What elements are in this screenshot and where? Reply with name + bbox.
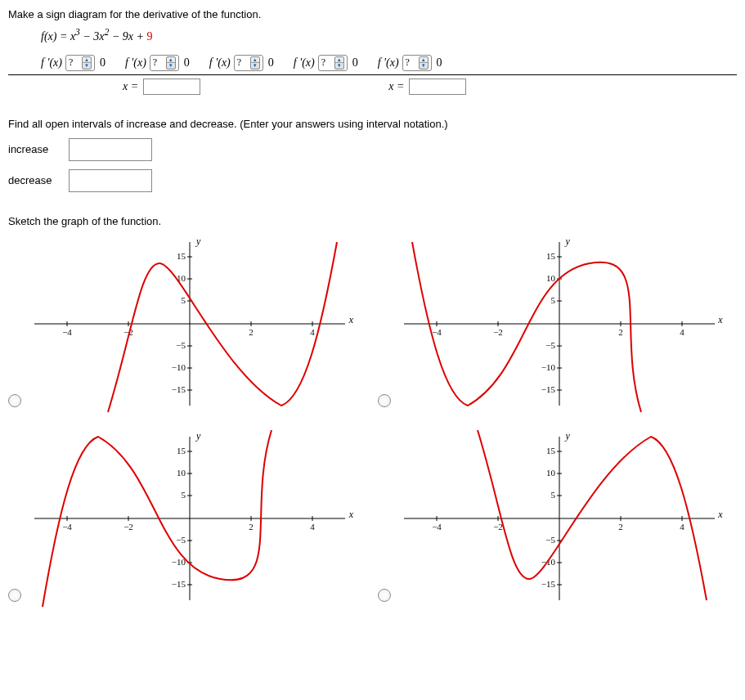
svg-text:5: 5 [550, 295, 555, 305]
decrease-input[interactable] [69, 169, 152, 192]
svg-text:2: 2 [249, 522, 254, 532]
svg-text:10: 10 [546, 273, 556, 283]
sign-select-4[interactable]: ? ▲▼ [318, 55, 348, 71]
graph-option-b: y x −4 −2 2 4 5 10 15 −5 −10 −15 [378, 234, 738, 414]
graph-option-d: y x −4 −2 2 4 5 10 15 −5 −10 −15 [378, 429, 738, 608]
x-equals-label: x = [123, 80, 138, 93]
svg-text:15: 15 [546, 251, 556, 261]
stepper-icon[interactable]: ▲▼ [334, 56, 344, 70]
stepper-icon[interactable]: ▲▼ [250, 56, 260, 70]
zero-label: 0 [100, 56, 105, 70]
zero-label: 0 [268, 56, 274, 70]
svg-text:5: 5 [182, 295, 186, 305]
svg-text:15: 15 [546, 446, 556, 455]
svg-text:4: 4 [680, 327, 684, 337]
graph-c: y x −4 −2 2 4 5 10 15 −5 −10 −15 [26, 429, 353, 608]
fprime-label: f '(x) [209, 56, 231, 70]
svg-text:5: 5 [182, 490, 186, 500]
sign-select-1[interactable]: ? ▲▼ [65, 55, 95, 71]
fprime-label: f '(x) [41, 56, 62, 70]
stepper-icon[interactable]: ▲▼ [82, 56, 92, 70]
svg-text:−5: −5 [176, 535, 186, 545]
radio-c[interactable] [8, 589, 21, 602]
sign-cell-3: f '(x) ? ▲▼ 0 [209, 55, 274, 71]
graph-d: y x −4 −2 2 4 5 10 15 −5 −10 −15 [396, 429, 723, 608]
zero-label: 0 [437, 56, 442, 70]
fprime-label: f '(x) [294, 56, 315, 70]
svg-text:−5: −5 [176, 340, 186, 350]
svg-text:−5: −5 [545, 340, 555, 350]
stepper-icon[interactable]: ▲▼ [419, 56, 429, 70]
svg-text:−2: −2 [493, 327, 503, 337]
y-axis-label: y [196, 236, 200, 248]
zero-label: 0 [352, 56, 358, 70]
svg-text:4: 4 [310, 327, 315, 337]
svg-text:10: 10 [546, 468, 556, 478]
prompt-sketch: Sketch the graph of the function. [8, 215, 737, 227]
prompt-intervals: Find all open intervals of increase and … [8, 118, 737, 130]
svg-text:−5: −5 [545, 535, 555, 545]
graph-a: y x −4 −2 2 4 5 10 15 −5 −10 −15 [26, 234, 353, 414]
svg-text:2: 2 [249, 327, 254, 337]
svg-text:5: 5 [550, 490, 555, 500]
graph-option-c: y x −4 −2 2 4 5 10 15 −5 −10 −15 [8, 429, 368, 608]
sign-cell-5: f '(x) ? ▲▼ 0 [378, 55, 442, 71]
fprime-label: f '(x) [125, 56, 146, 70]
increase-label: increase [8, 143, 57, 155]
svg-text:−15: −15 [172, 384, 186, 394]
x-equals-row: x = x = [8, 75, 737, 95]
svg-text:−15: −15 [541, 384, 555, 394]
radio-a[interactable] [8, 394, 21, 407]
stepper-icon[interactable]: ▲▼ [166, 56, 176, 70]
decrease-label: decrease [8, 174, 57, 186]
sign-cell-2: f '(x) ? ▲▼ 0 [125, 55, 190, 71]
svg-text:−10: −10 [541, 362, 555, 372]
svg-text:−4: −4 [432, 327, 442, 337]
y-axis-label: y [566, 430, 570, 442]
radio-b[interactable] [378, 394, 391, 407]
x-value-input-2[interactable] [409, 79, 466, 95]
sign-cell-4: f '(x) ? ▲▼ 0 [294, 55, 358, 71]
decrease-row: decrease [8, 169, 737, 192]
graph-b: y x −4 −2 2 4 5 10 15 −5 −10 −15 [396, 234, 723, 414]
graph-options-grid: y x −4 −2 2 4 5 10 15 −5 −10 −15 [8, 234, 737, 608]
increase-input[interactable] [69, 138, 152, 161]
graph-option-a: y x −4 −2 2 4 5 10 15 −5 −10 −15 [8, 234, 368, 414]
x-axis-label: x [349, 509, 353, 521]
svg-text:−2: −2 [493, 522, 503, 532]
svg-text:−4: −4 [432, 522, 442, 532]
svg-text:15: 15 [177, 251, 186, 261]
svg-text:−4: −4 [62, 327, 72, 337]
sign-cell-1: f '(x) ? ▲▼ 0 [41, 55, 105, 71]
svg-text:−4: −4 [62, 522, 72, 532]
svg-text:2: 2 [618, 327, 623, 337]
svg-text:−15: −15 [541, 579, 555, 589]
x-equals-label: x = [388, 80, 404, 93]
x-axis-label: x [718, 509, 722, 521]
svg-text:−10: −10 [172, 362, 186, 372]
increase-row: increase [8, 138, 737, 161]
svg-text:−2: −2 [123, 522, 133, 532]
svg-text:−15: −15 [172, 579, 186, 589]
x-axis-label: x [718, 314, 722, 326]
sign-diagram-row: f '(x) ? ▲▼ 0 f '(x) ? ▲▼ 0 f '(x) ? ▲▼ … [8, 53, 737, 75]
zero-label: 0 [184, 56, 190, 70]
x-axis-label: x [349, 314, 353, 326]
prompt-sign-diagram: Make a sign diagram for the derivative o… [8, 8, 737, 20]
y-axis-label: y [196, 430, 200, 442]
x-value-input-1[interactable] [143, 79, 200, 95]
svg-text:2: 2 [618, 522, 623, 532]
function-definition: f(x) = x3 − 3x2 − 9x + 9 [41, 27, 737, 43]
y-axis-label: y [566, 236, 570, 248]
fprime-label: f '(x) [378, 56, 399, 70]
sign-select-3[interactable]: ? ▲▼ [234, 55, 263, 71]
svg-text:4: 4 [310, 522, 315, 532]
svg-text:10: 10 [177, 468, 186, 478]
sign-select-2[interactable]: ? ▲▼ [150, 55, 179, 71]
radio-d[interactable] [378, 589, 391, 602]
svg-text:15: 15 [177, 446, 186, 455]
svg-text:4: 4 [680, 522, 684, 532]
sign-select-5[interactable]: ? ▲▼ [402, 55, 432, 71]
